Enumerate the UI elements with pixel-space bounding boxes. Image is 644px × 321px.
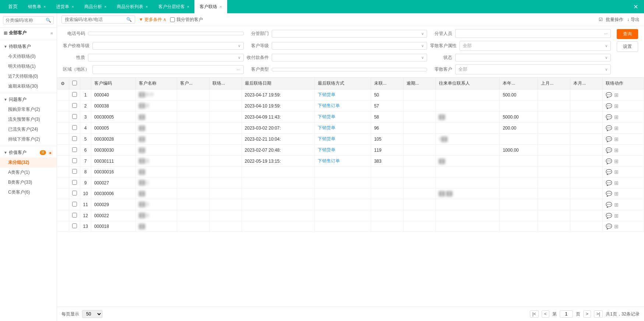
grid-action-icon[interactable]: ⊞ [614,169,619,175]
page-size-select[interactable]: 50 100 200 [82,310,102,318]
chat-icon[interactable]: 💬 [606,136,612,142]
row-last-contact-method[interactable] [314,177,371,188]
close-icon[interactable]: × [219,4,222,9]
dept-select[interactable]: ∨ [272,30,427,38]
grid-action-icon[interactable]: ⊞ [614,114,619,120]
chat-icon[interactable]: 💬 [606,147,612,153]
chat-icon[interactable]: 💬 [606,114,612,120]
col-last-contact-date[interactable]: 最后联络日期 [242,78,314,89]
nav-tab-analysis[interactable]: 商品分析 × [79,0,112,13]
sidebar-item-classA[interactable]: A类客户(1) [0,167,57,177]
row-last-contact-method[interactable] [314,167,371,177]
sidebar-item-classC[interactable]: C类客户(6) [0,187,57,197]
close-icon[interactable]: × [43,4,46,9]
sidebar-item-abnormal[interactable]: 囤购异常客户(2) [0,105,57,114]
price-grade-select[interactable]: ∨ [92,42,244,50]
col-settings[interactable]: ⚙ [57,78,69,89]
prev-page-button[interactable]: < [542,310,549,318]
row-last-contact-method[interactable]: 下销货单 [314,89,371,100]
close-icon[interactable]: × [104,4,106,9]
chat-icon[interactable]: 💬 [606,103,612,109]
row-checkbox[interactable] [69,167,80,177]
row-checkbox[interactable] [69,156,80,167]
col-unit-contact[interactable]: 往来单位联系人 [436,78,500,89]
contact-method-link[interactable]: 下销货单 [318,147,335,152]
staff-more[interactable]: ··· [455,29,611,38]
contact-method-link[interactable]: 下销货单 [318,136,335,141]
grid-action-icon[interactable]: ⊞ [614,180,619,186]
close-icon[interactable]: × [187,4,189,9]
grid-action-icon[interactable]: ⊞ [614,158,619,164]
select-all-checkbox[interactable] [72,81,77,85]
first-page-button[interactable]: |< [530,310,539,318]
grid-action-icon[interactable]: ⊞ [614,92,619,98]
row-last-contact-method[interactable]: 下销货单 [314,134,371,145]
last-page-button[interactable]: >| [594,310,603,318]
search-input[interactable] [65,17,126,22]
sidebar-item-declining[interactable]: 持续下滑客户(2) [0,134,57,144]
chat-icon[interactable]: 💬 [606,158,612,164]
chat-icon[interactable]: 💬 [606,125,612,131]
window-close-button[interactable]: ✕ [630,3,641,10]
row-checkbox[interactable] [69,145,80,156]
my-customers-checkbox[interactable]: 我分管的客户 [170,17,203,23]
row-last-contact-method[interactable] [314,210,371,221]
row-checkbox[interactable] [69,89,80,100]
grid-action-icon[interactable]: ⊞ [614,103,619,109]
grid-action-icon[interactable]: ⊞ [614,202,619,208]
more-filters-button[interactable]: ▼ 更多条件 ∧ [139,17,166,23]
col-last-month[interactable]: 上月... [538,78,570,89]
page-number-input[interactable] [560,310,573,318]
col-this-month[interactable]: 本月... [570,78,603,89]
nav-home[interactable]: 首页 [3,0,23,13]
col-type[interactable]: 客户... [177,78,209,89]
cust-grade-select[interactable]: ∨ [272,42,427,50]
row-checkbox[interactable] [69,188,80,199]
grid-action-icon[interactable]: ⊞ [614,223,619,229]
row-checkbox[interactable] [69,177,80,188]
contact-method-link[interactable]: 下销售订单 [318,103,340,108]
cust-type-input[interactable] [272,68,427,71]
row-checkbox[interactable] [69,100,80,112]
row-last-contact-method[interactable]: 下销售订单 [314,100,371,112]
row-last-contact-method[interactable]: 下销货单 [314,145,371,156]
sidebar-item-today[interactable]: 今天待联络(0) [0,52,57,61]
nav-tab-purchase[interactable]: 进货单 × [51,0,79,13]
retail-cust-select[interactable]: 全部 ∨ [455,64,611,74]
nature-select[interactable]: ∨ [88,54,244,61]
chat-icon[interactable]: 💬 [606,202,612,208]
sidebar-group-problem[interactable]: ▼ 问题客户 [0,95,57,105]
row-checkbox[interactable] [69,199,80,210]
row-checkbox[interactable] [69,112,80,123]
reset-button[interactable]: 设置 [617,41,638,52]
contact-method-link[interactable]: 下销货单 [318,125,335,130]
sidebar-item-churned[interactable]: 已流失客户(24) [0,124,57,134]
grid-action-icon[interactable]: ⊞ [614,147,619,153]
sidebar-item-tomorrow[interactable]: 明天待联络(1) [0,61,57,71]
search-icon[interactable]: 🔍 [126,17,132,22]
row-checkbox[interactable] [69,221,80,232]
row-last-contact-method[interactable]: 下销货单 [314,112,371,123]
row-checkbox[interactable] [69,134,80,145]
next-page-button[interactable]: > [583,310,591,318]
sidebar-item-classB[interactable]: B类客户(33) [0,177,57,187]
col-this-year[interactable]: 本年... [500,78,538,89]
nav-tab-sales[interactable]: 销售单 × [23,0,51,13]
chat-icon[interactable]: 💬 [606,92,612,98]
grid-action-icon[interactable]: ⊞ [614,191,619,197]
batch-ops-button[interactable]: ☑ 批量操作 [599,17,623,23]
payment-select[interactable]: ∨ [272,54,427,61]
retail-attr-select[interactable]: 全部 ∨ [460,41,611,51]
chat-icon[interactable]: 💬 [606,213,612,219]
col-no-contact[interactable]: 未联... [371,78,403,89]
row-last-contact-method[interactable]: 下销售订单 [314,156,371,167]
col-last-contact-method[interactable]: 最后联络方式 [314,78,371,89]
col-contact[interactable]: 联络... [209,78,242,89]
chat-icon[interactable]: 💬 [606,223,612,229]
contact-method-link[interactable]: 下销货单 [318,114,335,119]
col-overdue[interactable]: 逾期... [403,78,436,89]
grid-action-icon[interactable]: ⊞ [614,125,619,131]
nav-tab-analysis-list[interactable]: 商品分析列表 × [112,0,153,13]
nav-tab-customer-tier[interactable]: 客户分层经客 × [153,0,194,13]
col-code[interactable]: 客户编码 [91,78,136,89]
